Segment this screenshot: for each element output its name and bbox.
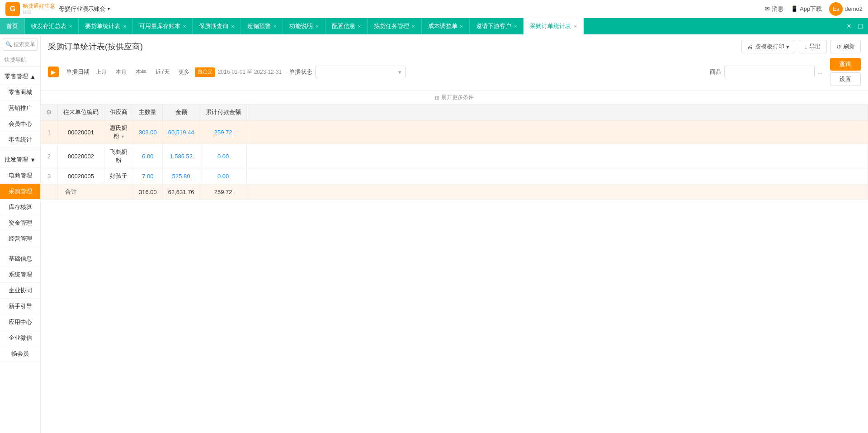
date-last-month-btn[interactable]: 上月 [92, 67, 110, 77]
status-select[interactable]: ▾ [315, 66, 406, 78]
tab-expiry-query[interactable]: 保质期查询 × [193, 18, 241, 34]
chevron-down-icon: ▾ [108, 6, 110, 11]
cell-supplier: 惠氏奶粉 ▾ [104, 120, 133, 144]
cell-paid: 0.00 [200, 168, 246, 184]
top-bar-left: G 畅捷通好生意 标版 母婴行业演示账套 ▾ [5, 2, 110, 16]
close-icon[interactable]: × [274, 24, 276, 29]
tab-stock-summary[interactable]: 收发存汇总表 × [25, 18, 79, 34]
cell-code: 00020001 [58, 120, 104, 144]
table-container: ⚙ 往来单位编码 供应商 主数量 金额 累计付款金额 1 00020001 [41, 105, 868, 433]
sidebar-item-new-guide[interactable]: 新手引导 [0, 299, 40, 314]
close-icon[interactable]: × [183, 24, 186, 29]
sidebar-item-enterprise-collab[interactable]: 企业协同 [0, 283, 40, 299]
refresh-button[interactable]: ↺ 刷新 [830, 40, 861, 53]
cell-empty [246, 120, 868, 144]
export-icon: ↓ [805, 43, 808, 50]
tab-invite-downstream[interactable]: 邀请下游客户 × [470, 18, 524, 34]
cell-paid: 0.00 [200, 144, 246, 168]
close-icon[interactable]: × [316, 24, 318, 29]
tab-pick-task[interactable]: 拣货任务管理 × [368, 18, 421, 34]
user-area[interactable]: Ea demo2 [829, 2, 863, 16]
sidebar-item-wholesale-mgmt[interactable]: 批发管理 ▼ [0, 152, 40, 168]
refresh-icon: ↺ [836, 43, 841, 50]
close-all-tabs-button[interactable]: × [845, 22, 853, 30]
chevron-up-icon: ▲ [30, 73, 36, 80]
logo-icon: G [5, 2, 20, 16]
print-button[interactable]: 🖨 按模板打印 ▾ [741, 40, 795, 53]
sidebar-item-retail-mgmt[interactable]: 零售管理 ▲ [0, 69, 40, 85]
chevron-down-icon: ▾ [398, 69, 401, 76]
th-supplier: 供应商 [104, 105, 133, 120]
close-icon[interactable]: × [460, 24, 463, 29]
search-menu-button[interactable]: 🔍 搜索菜单 [3, 38, 38, 51]
query-button[interactable]: 查询 [830, 58, 861, 71]
workspace-selector[interactable]: 母婴行业演示账套 ▾ [59, 5, 110, 13]
close-icon[interactable]: × [514, 24, 517, 29]
close-icon[interactable]: × [69, 24, 72, 29]
close-icon[interactable]: × [412, 24, 415, 29]
date-this-month-btn[interactable]: 本月 [112, 67, 130, 77]
printer-icon: 🖨 [747, 43, 753, 50]
sidebar-item-inventory-accounting[interactable]: 库存核算 [0, 200, 40, 215]
tab-home[interactable]: 首页 [0, 18, 25, 34]
chevron-down-icon: ⊞ [435, 95, 439, 101]
sidebar-item-purchase-mgmt[interactable]: 采购管理 [0, 184, 40, 200]
close-icon[interactable]: × [123, 24, 126, 29]
tab-order-stats[interactable]: 要货单统计表 × [79, 18, 132, 34]
filter-setting-button[interactable]: 设置 [830, 72, 861, 86]
th-amount: 金额 [162, 105, 200, 120]
tab-overstock-warning[interactable]: 超储预警 × [241, 18, 283, 34]
chevron-down-icon: ▾ [786, 43, 789, 50]
sidebar-item-business-mgmt[interactable]: 经营管理 [0, 231, 40, 247]
close-icon[interactable]: × [574, 24, 576, 29]
sidebar-item-basic-info[interactable]: 基础信息 [0, 251, 40, 267]
table-row: 2 00020002 飞鹤奶粉 6.00 1,586.52 0.00 [41, 144, 868, 168]
nav-tabs-bar: 首页 收发存汇总表 × 要货单统计表 × 可用量库存账本 × 保质期查询 × 超… [0, 18, 868, 34]
status-filter-group: 单据状态 ▾ [289, 66, 703, 78]
logo-area: G 畅捷通好生意 标版 [5, 2, 55, 16]
th-settings: ⚙ [41, 105, 58, 120]
sidebar-item-finance-mgmt[interactable]: 资金管理 [0, 215, 40, 231]
query-actions: 查询 设置 [830, 58, 861, 86]
goods-input[interactable] [724, 66, 815, 78]
mobile-icon: 📱 [791, 5, 798, 12]
more-filters-button[interactable]: … [817, 69, 823, 75]
sidebar-item-enterprise-wechat[interactable]: 企业微信 [0, 330, 40, 346]
sidebar-item-member-center[interactable]: 会员中心 [0, 116, 40, 132]
sidebar-item-system-mgmt[interactable]: 系统管理 [0, 267, 40, 283]
date-filter-group: 单据日期 上月 本月 本年 近7天 更多 自定义 2016-01-01 至 20… [66, 67, 282, 77]
export-button[interactable]: ↓ 导出 [799, 40, 827, 53]
tab-purchase-order-stats[interactable]: 采购订单统计表 × [524, 18, 583, 34]
sidebar-item-retail-mall[interactable]: 零售商城 [0, 85, 40, 100]
close-icon[interactable]: × [358, 24, 361, 29]
sidebar-item-ecommerce-mgmt[interactable]: 电商管理 [0, 168, 40, 184]
date-last-7-days-btn[interactable]: 近7天 [152, 67, 173, 77]
page-header: 采购订单统计表(按供应商) 🖨 按模板打印 ▾ ↓ 导出 ↺ 刷新 [41, 34, 868, 53]
page-title: 采购订单统计表(按供应商) [48, 41, 143, 52]
date-this-year-btn[interactable]: 本年 [132, 67, 150, 77]
footer-settings-cell [41, 184, 58, 200]
restore-window-button[interactable]: □ [856, 22, 864, 30]
filter-toggle-button[interactable]: ▶ [48, 67, 59, 77]
tab-cost-adjust[interactable]: 成本调整单 × [422, 18, 470, 34]
sidebar-item-vip-member[interactable]: 畅会员 [0, 346, 40, 362]
tab-inventory-book[interactable]: 可用量库存账本 × [133, 18, 193, 34]
tab-function-desc[interactable]: 功能说明 × [283, 18, 325, 34]
cell-num: 1 [41, 120, 58, 144]
sidebar-item-retail-stats[interactable]: 零售统计 [0, 132, 40, 148]
date-custom-badge[interactable]: 自定义 [195, 67, 215, 77]
message-button[interactable]: ✉ 消息 [765, 5, 783, 13]
date-range-text: 2016-01-01 至 2023-12-31 [218, 68, 282, 76]
sidebar-search-area: 🔍 搜索菜单 [0, 34, 40, 54]
tab-config-info[interactable]: 配置信息 × [326, 18, 368, 34]
close-icon[interactable]: × [231, 24, 234, 29]
gear-icon[interactable]: ⚙ [46, 109, 52, 116]
app-download-button[interactable]: 📱 App下载 [791, 5, 822, 13]
goods-filter-group: 商品 … [710, 66, 823, 78]
sidebar-item-marketing[interactable]: 营销推广 [0, 100, 40, 116]
cell-qty: 6.00 [133, 144, 163, 168]
expand-more-button[interactable]: ⊞ 展开更多条件 [435, 94, 474, 101]
sidebar-item-app-center[interactable]: 应用中心 [0, 314, 40, 330]
date-more-btn[interactable]: 更多 [175, 67, 193, 77]
cell-amount: 525.80 [162, 168, 200, 184]
